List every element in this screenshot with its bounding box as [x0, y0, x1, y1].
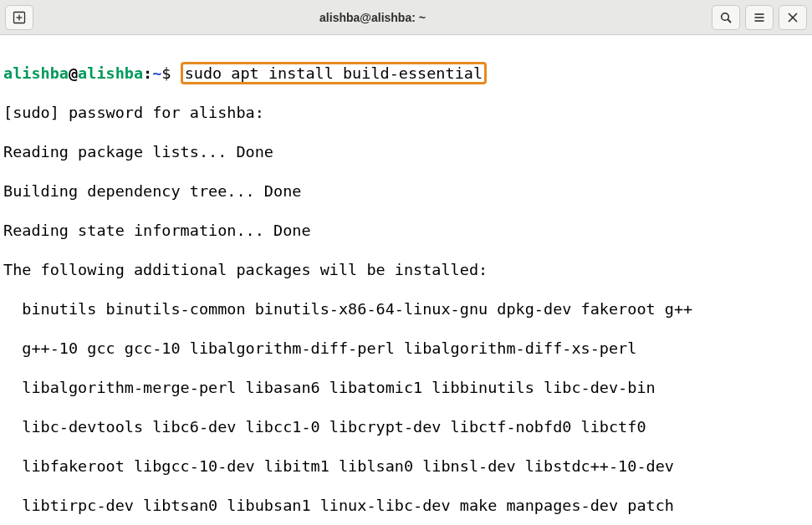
- search-icon: [719, 11, 733, 24]
- output-line: binutils binutils-common binutils-x86-64…: [3, 299, 809, 319]
- output-line: The following additional packages will b…: [3, 260, 809, 280]
- close-button[interactable]: [779, 5, 807, 30]
- prompt-at: @: [69, 64, 78, 82]
- titlebar: alishba@alishba: ~: [0, 0, 812, 35]
- prompt-line: alishba@alishba:~$ sudo apt install buil…: [3, 64, 809, 84]
- svg-point-3: [722, 13, 729, 20]
- hamburger-icon: [753, 11, 766, 24]
- prompt-colon: :: [143, 64, 152, 82]
- svg-line-4: [728, 19, 731, 23]
- window-title: alishba@alishba: ~: [38, 11, 707, 24]
- output-line: [sudo] password for alishba:: [3, 103, 809, 123]
- output-line: libc-devtools libc6-dev libcc1-0 libcryp…: [3, 417, 809, 437]
- new-tab-button[interactable]: [5, 5, 33, 30]
- output-line: libtirpc-dev libtsan0 libubsan1 linux-li…: [3, 496, 809, 516]
- output-line: g++-10 gcc gcc-10 libalgorithm-diff-perl…: [3, 339, 809, 359]
- menu-button[interactable]: [745, 5, 774, 30]
- search-button[interactable]: [712, 5, 740, 30]
- output-line: Reading package lists... Done: [3, 142, 809, 162]
- prompt-user: alishba: [3, 64, 69, 82]
- prompt-host: alishba: [78, 64, 143, 82]
- prompt-dollar: $: [161, 64, 180, 82]
- terminal-output[interactable]: alishba@alishba:~$ sudo apt install buil…: [0, 35, 812, 525]
- output-line: libfakeroot libgcc-10-dev libitm1 liblsa…: [3, 456, 809, 477]
- new-tab-icon: [13, 11, 26, 24]
- close-icon: [787, 12, 799, 23]
- output-line: libalgorithm-merge-perl libasan6 libatom…: [3, 378, 809, 398]
- prompt-path: ~: [152, 64, 161, 82]
- output-line: Reading state information... Done: [3, 221, 809, 241]
- command-highlight: sudo apt install build-essential: [181, 62, 487, 84]
- output-line: Building dependency tree... Done: [3, 181, 809, 201]
